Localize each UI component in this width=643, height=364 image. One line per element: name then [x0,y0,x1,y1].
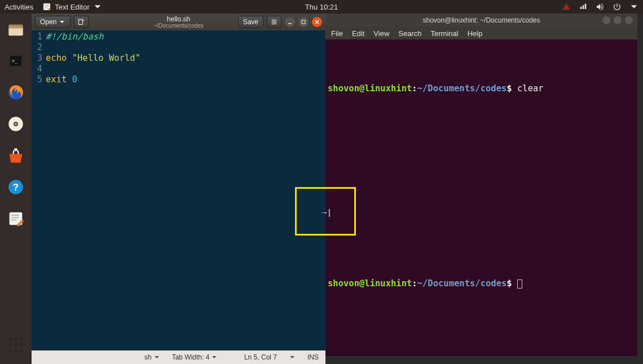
menu-terminal[interactable]: Terminal [431,29,459,38]
chevron-down-icon [59,19,65,25]
top-panel: Activities Text Editor Thu 10:21 [0,0,643,14]
cursor-position: Ln 5, Col 7 [244,353,277,361]
close-button[interactable] [312,17,322,27]
tabwidth-label: Tab Width: 4 [172,353,210,361]
code-line: "Hello World" [72,53,140,63]
line-number-gutter: 1 2 3 4 5 [32,30,45,350]
code-area[interactable]: #!/bin/bash echo "Hello World" exit 0 [45,30,325,350]
volume-icon[interactable] [596,2,605,11]
apps-grid-icon [8,338,23,352]
menu-help[interactable]: Help [468,29,483,38]
close-icon [314,19,320,25]
menu-file[interactable]: File [331,29,343,38]
software-center-icon [6,146,25,165]
svg-rect-3 [45,7,47,8]
gedit-title: hello.sh ~/Documents/codes [153,15,204,29]
language-label: sh [144,353,152,361]
network-icon[interactable] [579,2,588,11]
svg-rect-22 [302,20,305,24]
code-line: 0 [72,74,77,85]
svg-text:>_: >_ [12,58,18,64]
chevron-down-icon [212,354,217,360]
music-player-icon [6,114,25,134]
gedit-statusbar: sh Tab Width: 4 Ln 5, Col 7 INS [32,350,325,364]
app-menu-indicator[interactable]: Text Editor [42,2,102,11]
minimize-button[interactable] [285,17,295,27]
gedit-headerbar: Open hello.sh ~/Documents/codes Save [32,14,325,30]
terminal-titlebar: shovon@linuxhint: ~/Documents/codes [325,14,637,27]
terminal-body[interactable]: shovon@linuxhint:~/Documents/codes$ clea… [325,39,637,356]
minimize-icon [287,19,293,25]
terminal-menubar: File Edit View Search Terminal Help [325,27,637,39]
files-icon [6,20,25,39]
dock: >_ ? [0,14,32,364]
insert-mode: INS [307,353,319,361]
terminal-line: shovon@linuxhint:~/Documents/codes$ clea… [328,83,544,94]
minimize-button[interactable] [602,16,610,24]
system-tray [562,2,638,11]
dock-item-firefox[interactable] [3,80,28,105]
svg-rect-21 [288,23,292,24]
maximize-button[interactable] [614,16,622,24]
terminal-window: shovon@linuxhint: ~/Documents/codes File… [325,14,637,356]
firefox-icon [6,83,25,102]
menu-edit[interactable]: Edit [352,29,364,38]
help-icon: ? [6,177,25,197]
warning-icon[interactable] [562,2,571,11]
terminal-cursor [517,279,522,288]
svg-point-13 [15,123,17,125]
dock-item-help[interactable]: ? [3,175,28,199]
dock-item-terminal[interactable]: >_ [3,48,28,73]
gedit-editor[interactable]: 1 2 3 4 5 #!/bin/bash echo "Hello World"… [32,30,325,350]
svg-rect-2 [45,6,49,7]
open-button[interactable]: Open [35,16,71,28]
dock-item-rhythmbox[interactable] [3,112,28,136]
new-tab-button[interactable] [74,16,89,28]
tabwidth-selector[interactable]: Tab Width: 4 [172,353,218,361]
chevron-down-icon[interactable] [289,354,295,360]
code-line: exit [46,74,67,85]
dock-item-software[interactable] [3,143,28,168]
dock-item-files[interactable] [3,17,28,42]
code-line: echo [46,53,67,63]
show-applications-button[interactable] [3,332,28,357]
gedit-filename: hello.sh [153,15,204,23]
svg-rect-17 [11,215,19,216]
save-button[interactable]: Save [238,16,263,28]
gedit-filepath: ~/Documents/codes [153,23,204,29]
hamburger-menu-button[interactable] [267,16,281,28]
chevron-down-icon[interactable] [629,2,638,11]
text-editor-icon [42,2,51,11]
svg-rect-20 [79,20,83,25]
open-button-label: Open [40,18,56,26]
dock-item-gedit[interactable] [3,206,28,231]
gedit-window: Open hello.sh ~/Documents/codes Save 1 2… [32,14,325,364]
svg-rect-1 [45,5,49,5]
save-button-label: Save [243,18,258,26]
menu-view[interactable]: View [373,29,389,38]
clock[interactable]: Thu 10:21 [305,3,338,11]
hamburger-icon [271,19,278,25]
terminal-icon: >_ [6,51,25,70]
power-icon[interactable] [613,2,622,11]
maximize-icon [301,19,306,25]
code-line: #!/bin/bash [46,32,104,42]
snap-cursor-icon: →| [320,208,331,217]
svg-rect-19 [11,219,17,220]
svg-rect-18 [11,217,19,218]
language-selector[interactable]: sh [144,353,160,361]
text-editor-icon [6,209,25,228]
terminal-title: shovon@linuxhint: ~/Documents/codes [423,16,540,24]
svg-rect-6 [8,27,23,29]
chevron-down-icon [93,2,102,11]
terminal-line: shovon@linuxhint:~/Documents/codes$ [328,278,522,289]
app-menu-label: Text Editor [55,3,89,11]
new-document-icon [78,19,85,25]
close-button[interactable] [625,16,633,24]
menu-search[interactable]: Search [398,29,421,38]
maximize-button[interactable] [298,17,309,27]
chevron-down-icon [154,354,160,360]
svg-text:?: ? [13,182,19,193]
activities-button[interactable]: Activities [5,3,33,11]
